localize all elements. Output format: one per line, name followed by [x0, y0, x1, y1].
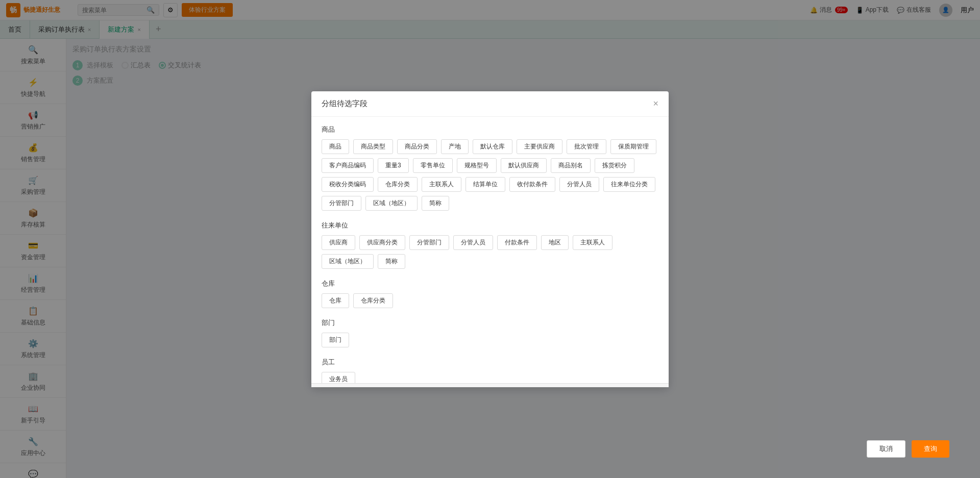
field-tag-supervisor[interactable]: 分管人员 [559, 177, 599, 192]
field-tag-salesperson[interactable]: 业务员 [322, 372, 355, 383]
department-field-tags: 部门 [322, 333, 658, 347]
field-tag-warehouse-cat[interactable]: 仓库分类 [353, 293, 393, 308]
field-tag-origin[interactable]: 产地 [441, 139, 469, 154]
field-tag-region[interactable]: 区域（地区） [365, 196, 418, 211]
section-employee-title: 员工 [322, 358, 658, 367]
field-tag-main-contact[interactable]: 主联系人 [422, 177, 461, 192]
field-tag-supplier-category[interactable]: 供应商分类 [359, 235, 405, 250]
field-tag-spec-model[interactable]: 规格型号 [457, 158, 497, 173]
section-warehouse-title: 仓库 [322, 279, 658, 288]
field-tag-product[interactable]: 商品 [322, 139, 349, 154]
section-employee: 员工 业务员 [322, 358, 658, 383]
warehouse-field-tags: 仓库 仓库分类 [322, 293, 658, 308]
field-tag-expiry-mgmt[interactable]: 保质期管理 [610, 139, 656, 154]
field-tag-product-type[interactable]: 商品类型 [353, 139, 393, 154]
section-product-title: 商品 [322, 125, 658, 134]
field-tag-partner-contact[interactable]: 主联系人 [573, 235, 612, 250]
section-department-title: 部门 [322, 318, 658, 328]
field-tag-tax-code[interactable]: 税收分类编码 [322, 177, 374, 192]
field-tag-warehouse-category[interactable]: 仓库分类 [378, 177, 418, 192]
field-tag-dept[interactable]: 分管部门 [322, 196, 361, 211]
field-tag-retail-unit[interactable]: 零售单位 [413, 158, 453, 173]
product-field-tags: 商品 商品类型 商品分类 产地 默认仓库 主要供应商 批次管理 保质期管理 客户… [322, 139, 658, 211]
modal-header: 分组待选字段 × [311, 91, 669, 117]
field-tag-main-supplier[interactable]: 主要供应商 [517, 139, 562, 154]
confirm-button[interactable]: 查询 [912, 440, 949, 458]
field-tag-partner-shortname[interactable]: 简称 [378, 254, 405, 269]
field-tag-product-category[interactable]: 商品分类 [397, 139, 437, 154]
field-tag-default-supplier[interactable]: 默认供应商 [501, 158, 547, 173]
field-tag-supplier[interactable]: 供应商 [322, 235, 355, 250]
field-tag-partner-region[interactable]: 地区 [541, 235, 569, 250]
field-tag-payment-terms[interactable]: 收付款条件 [509, 177, 555, 192]
cancel-button[interactable]: 取消 [867, 440, 905, 458]
modal-close-button[interactable]: × [653, 98, 658, 109]
field-tag-pick-points[interactable]: 拣货积分 [595, 158, 634, 173]
section-department: 部门 部门 [322, 318, 658, 347]
field-tag-partner-area[interactable]: 区域（地区） [322, 254, 374, 269]
field-tag-partner-dept[interactable]: 分管部门 [409, 235, 449, 250]
section-warehouse: 仓库 仓库 仓库分类 [322, 279, 658, 308]
modal-horizontal-scrollbar[interactable] [311, 383, 669, 387]
field-tag-product-alias[interactable]: 商品别名 [551, 158, 591, 173]
section-partner-title: 往来单位 [322, 221, 658, 230]
section-partner: 往来单位 供应商 供应商分类 分管部门 分管人员 付款条件 地区 主联系人 区域… [322, 221, 658, 269]
employee-field-tags: 业务员 [322, 372, 658, 383]
field-tag-default-warehouse[interactable]: 默认仓库 [473, 139, 512, 154]
field-tag-weight3[interactable]: 重量3 [378, 158, 409, 173]
partner-field-tags: 供应商 供应商分类 分管部门 分管人员 付款条件 地区 主联系人 区域（地区） … [322, 235, 658, 269]
modal-footer: 取消 查询 [867, 440, 949, 458]
field-select-modal: 分组待选字段 × 商品 商品 商品类型 商品分类 产地 默认仓库 主要供应商 批… [311, 91, 669, 387]
field-tag-partner-supervisor[interactable]: 分管人员 [453, 235, 493, 250]
modal-body: 商品 商品 商品类型 商品分类 产地 默认仓库 主要供应商 批次管理 保质期管理… [311, 117, 669, 383]
field-tag-batch-mgmt[interactable]: 批次管理 [567, 139, 606, 154]
section-product: 商品 商品 商品类型 商品分类 产地 默认仓库 主要供应商 批次管理 保质期管理… [322, 125, 658, 211]
field-tag-partner-payment[interactable]: 付款条件 [497, 235, 537, 250]
field-tag-shortname[interactable]: 简称 [422, 196, 449, 211]
field-tag-partner-category[interactable]: 往来单位分类 [603, 177, 655, 192]
field-tag-department[interactable]: 部门 [322, 333, 349, 347]
field-tag-warehouse[interactable]: 仓库 [322, 293, 349, 308]
field-tag-customer-code[interactable]: 客户商品编码 [322, 158, 374, 173]
modal-title: 分组待选字段 [322, 99, 368, 109]
field-tag-settlement-unit[interactable]: 结算单位 [465, 177, 505, 192]
